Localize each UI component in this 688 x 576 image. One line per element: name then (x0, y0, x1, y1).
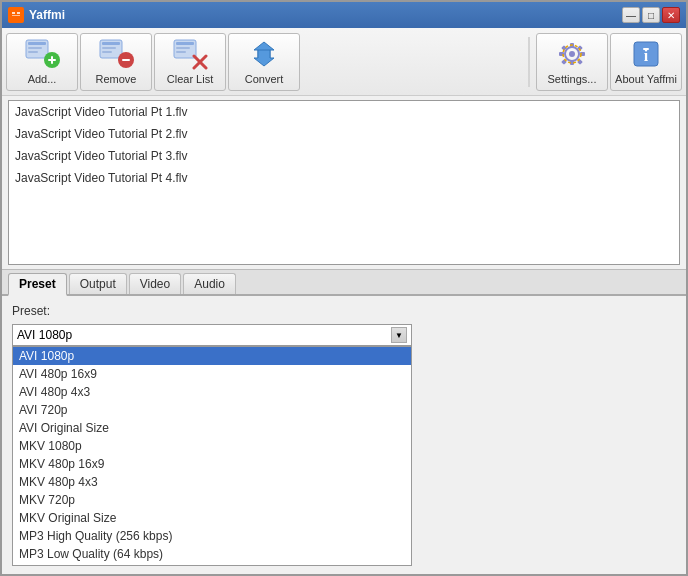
svg-marker-24 (254, 50, 274, 66)
settings-button[interactable]: Settings... (536, 33, 608, 91)
preset-panel: Preset: AVI 1080p ▼ AVI 1080pAVI 480p 16… (2, 296, 686, 574)
svg-rect-20 (176, 51, 186, 53)
window-title: Yaffmi (29, 8, 65, 22)
svg-rect-16 (122, 59, 130, 61)
toolbar-separator (528, 37, 530, 87)
list-item[interactable]: JavaScript Video Tutorial Pt 2.flv (9, 123, 679, 145)
dropdown-item[interactable]: MKV 480p 4x3 (13, 473, 411, 491)
settings-button-label: Settings... (548, 73, 597, 85)
settings-icon (554, 38, 590, 70)
add-icon (24, 38, 60, 70)
about-button[interactable]: i About Yaffmi (610, 33, 682, 91)
add-button-label: Add... (28, 73, 57, 85)
svg-rect-1 (12, 12, 15, 14)
convert-icon (246, 38, 282, 70)
dropdown-item[interactable]: MKV 480p 16x9 (13, 455, 411, 473)
remove-icon (98, 38, 134, 70)
preset-select-display[interactable]: AVI 1080p ▼ (12, 324, 412, 346)
chevron-down-icon[interactable]: ▼ (391, 327, 407, 343)
clear-list-button-label: Clear List (167, 73, 213, 85)
preset-label: Preset: (12, 304, 676, 318)
svg-rect-14 (102, 51, 112, 53)
remove-button[interactable]: Remove (80, 33, 152, 91)
remove-button-label: Remove (96, 73, 137, 85)
close-button[interactable]: ✕ (662, 7, 680, 23)
svg-point-26 (569, 51, 575, 57)
tab-output[interactable]: Output (69, 273, 127, 294)
title-bar-left: Yaffmi (8, 7, 65, 23)
dropdown-item[interactable]: MP3 High Quality (256 kbps) (13, 527, 411, 545)
dropdown-item[interactable]: MKV Original Size (13, 509, 411, 527)
dropdown-item[interactable]: MKV 1080p (13, 437, 411, 455)
tab-video[interactable]: Video (129, 273, 181, 294)
dropdown-item[interactable]: MP3 Low Quality (64 kbps) (13, 545, 411, 563)
svg-rect-12 (102, 42, 120, 45)
preset-dropdown[interactable]: AVI 1080pAVI 480p 16x9AVI 480p 4x3AVI 72… (12, 346, 412, 566)
dropdown-item[interactable]: AVI 1080p (13, 347, 411, 365)
list-item[interactable]: JavaScript Video Tutorial Pt 1.flv (9, 101, 679, 123)
svg-rect-13 (102, 47, 116, 49)
tabs-row: PresetOutputVideoAudio (2, 270, 686, 296)
svg-rect-3 (12, 15, 20, 16)
svg-rect-18 (176, 42, 194, 45)
svg-rect-6 (28, 47, 42, 49)
dropdown-item[interactable]: AVI 720p (13, 401, 411, 419)
svg-rect-19 (176, 47, 190, 49)
about-icon: i (628, 38, 664, 70)
bottom-panel: PresetOutputVideoAudio Preset: AVI 1080p… (2, 269, 686, 574)
minimize-button[interactable]: — (622, 7, 640, 23)
convert-button-label: Convert (245, 73, 284, 85)
preset-select-wrapper: AVI 1080p ▼ AVI 1080pAVI 480p 16x9AVI 48… (12, 324, 412, 566)
list-item[interactable]: JavaScript Video Tutorial Pt 4.flv (9, 167, 679, 189)
convert-button[interactable]: Convert (228, 33, 300, 91)
tab-preset[interactable]: Preset (8, 273, 67, 296)
preset-selected-value: AVI 1080p (17, 328, 72, 342)
about-button-label: About Yaffmi (615, 73, 677, 85)
window-controls: — □ ✕ (622, 7, 680, 23)
svg-rect-2 (17, 12, 20, 14)
main-window: Yaffmi — □ ✕ Add... (0, 0, 688, 576)
tab-audio[interactable]: Audio (183, 273, 236, 294)
dropdown-item[interactable]: AVI 480p 4x3 (13, 383, 411, 401)
app-icon (8, 7, 24, 23)
svg-rect-7 (28, 51, 38, 53)
svg-rect-5 (28, 42, 46, 45)
dropdown-item[interactable]: AVI Original Size (13, 419, 411, 437)
clear-icon (172, 38, 208, 70)
dropdown-item[interactable]: AVI 480p 16x9 (13, 365, 411, 383)
svg-rect-10 (51, 56, 53, 64)
dropdown-item[interactable]: MP3 Maximum Quality (320 kbps) (13, 563, 411, 566)
title-bar: Yaffmi — □ ✕ (2, 2, 686, 28)
add-button[interactable]: Add... (6, 33, 78, 91)
clear-list-button[interactable]: Clear List (154, 33, 226, 91)
file-list[interactable]: JavaScript Video Tutorial Pt 1.flvJavaSc… (8, 100, 680, 265)
maximize-button[interactable]: □ (642, 7, 660, 23)
toolbar: Add... Remove Clear Li (2, 28, 686, 96)
dropdown-item[interactable]: MKV 720p (13, 491, 411, 509)
svg-rect-0 (10, 10, 22, 19)
svg-rect-38 (643, 48, 649, 50)
list-item[interactable]: JavaScript Video Tutorial Pt 3.flv (9, 145, 679, 167)
